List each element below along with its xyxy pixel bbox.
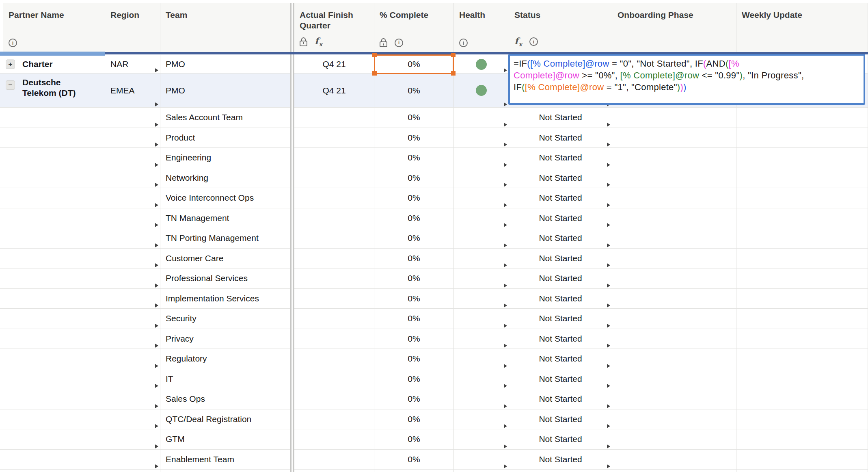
cell-partner-name[interactable] [0,128,105,148]
cell-actual-finish-quarter[interactable] [294,188,374,208]
cell-onboarding-phase[interactable] [612,108,736,128]
cell-health[interactable] [454,188,509,208]
cell-team[interactable]: TN Management [160,208,290,229]
cell-weekly-update[interactable] [736,208,868,229]
cell-onboarding-phase[interactable] [612,329,736,349]
cell-actual-finish-quarter[interactable] [294,309,374,329]
cell-pct-complete[interactable]: 0% [374,268,454,289]
cell-region[interactable] [105,470,160,472]
cell-weekly-update[interactable] [736,168,868,188]
cell-region[interactable] [105,228,160,249]
cell-health[interactable] [454,450,509,470]
cell-team[interactable]: PMO [160,55,290,74]
cell-weekly-update[interactable] [736,369,868,390]
cell-pct-complete[interactable]: 0% [374,369,454,390]
cell-partner-name[interactable] [0,389,105,409]
cell-partner-name[interactable]: + Charter [0,55,105,74]
cell-region[interactable] [105,128,160,148]
cell-region[interactable]: NAR [105,55,160,74]
cell-health[interactable] [454,389,509,409]
drag-handle[interactable] [451,71,456,76]
cell-actual-finish-quarter[interactable] [294,349,374,369]
column-header-onboarding-phase[interactable]: Onboarding Phase [612,3,736,52]
cell-actual-finish-quarter[interactable] [294,470,374,472]
cell-health[interactable] [454,208,509,229]
cell-pct-complete[interactable]: 0% [374,429,454,450]
cell-team[interactable]: Professional Services [160,268,290,289]
cell-partner-name[interactable] [0,369,105,390]
cell-team[interactable]: TN Porting Management [160,228,290,249]
cell-partner-name[interactable] [0,108,105,128]
column-header-partner-name[interactable]: Partner Name i [3,3,105,52]
cell-weekly-update[interactable] [736,289,868,309]
cell-pct-complete[interactable]: 0% [374,208,454,229]
cell-pct-complete[interactable]: 0% [374,74,454,108]
cell-region[interactable] [105,369,160,390]
cell-pct-complete[interactable]: 0% [374,168,454,188]
column-header-team[interactable]: Team [160,3,290,52]
cell-partner-name[interactable]: − Deutsche Telekom (DT) [0,74,105,108]
cell-weekly-update[interactable] [736,228,868,249]
cell-onboarding-phase[interactable] [612,228,736,249]
cell-health[interactable] [454,268,509,289]
cell-actual-finish-quarter[interactable] [294,108,374,128]
cell-team[interactable]: Sales Account Team [160,108,290,128]
cell-actual-finish-quarter[interactable]: Q4 21 [294,55,374,74]
cell-status[interactable]: Not Started [509,369,612,390]
cell-weekly-update[interactable] [736,429,868,450]
drag-handle[interactable] [372,53,377,57]
cell-status[interactable]: Not Started [509,309,612,329]
cell-onboarding-phase[interactable] [612,268,736,289]
cell-onboarding-phase[interactable] [612,249,736,269]
formula-editor[interactable]: =IF([% Complete]@row = "0", "Not Started… [508,54,865,105]
cell-health[interactable] [454,128,509,148]
info-icon[interactable]: i [529,37,538,46]
cell-region[interactable] [105,108,160,128]
cell-team[interactable]: Sales Ops [160,389,290,409]
cell-region[interactable] [105,289,160,309]
cell-region[interactable] [105,208,160,229]
column-header-actual-finish-quarter[interactable]: Actual Finish Quarter fx [294,3,374,52]
cell-actual-finish-quarter[interactable]: Q4 21 [294,74,374,108]
cell-pct-complete[interactable]: 0% [374,249,454,269]
cell-team[interactable]: Engineering [160,148,290,168]
cell-health[interactable] [454,349,509,369]
cell-weekly-update[interactable] [736,188,868,208]
cell-partner-name[interactable] [0,450,105,470]
cell-pct-complete[interactable]: 0% [374,329,454,349]
cell-pct-complete[interactable]: 0% [374,108,454,128]
cell-status[interactable]: Not Started [509,228,612,249]
cell-status[interactable]: Not Started [509,409,612,430]
cell-partner-name[interactable] [0,208,105,229]
cell-actual-finish-quarter[interactable] [294,148,374,168]
cell-health[interactable] [454,74,509,108]
cell-weekly-update[interactable] [736,389,868,409]
cell-weekly-update[interactable] [736,249,868,269]
cell-health[interactable] [454,148,509,168]
cell-status[interactable]: Not Started [509,168,612,188]
column-header-status[interactable]: Status fx i [509,3,612,52]
cell-onboarding-phase[interactable] [612,289,736,309]
cell-status[interactable]: Not Started [509,289,612,309]
cell-team[interactable]: Implementation Services [160,289,290,309]
cell-pct-complete[interactable]: 0% [374,228,454,249]
cell-pct-complete[interactable] [374,470,454,472]
cell-status[interactable]: Not Started [509,108,612,128]
expand-row-button[interactable]: + [6,60,15,69]
cell-team[interactable]: Privacy [160,329,290,349]
cell-weekly-update[interactable] [736,148,868,168]
collapse-row-button[interactable]: − [6,80,15,90]
cell-team[interactable]: Customer Care [160,249,290,269]
cell-partner-name[interactable] [0,409,105,430]
column-header-region[interactable]: Region [105,3,160,52]
cell-health[interactable] [454,470,509,472]
drag-handle[interactable] [451,53,456,57]
cell-actual-finish-quarter[interactable] [294,369,374,390]
cell-actual-finish-quarter[interactable] [294,429,374,450]
cell-onboarding-phase[interactable] [612,409,736,430]
cell-partner-name[interactable] [0,429,105,450]
cell-status[interactable]: Not Started [509,268,612,289]
cell-partner-name[interactable] [0,148,105,168]
cell-onboarding-phase[interactable] [612,168,736,188]
cell-actual-finish-quarter[interactable] [294,450,374,470]
